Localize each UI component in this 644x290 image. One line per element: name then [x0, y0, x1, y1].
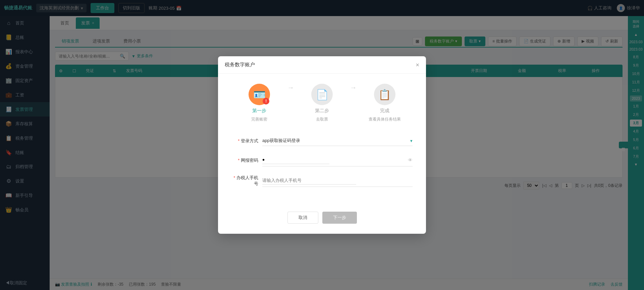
step-2: 📄 第二步 去取票 [294, 84, 350, 122]
password-input[interactable] [262, 156, 329, 164]
password-label: * 网报密码 [231, 157, 258, 163]
modal-overlay: 税务数字账户 × 🪪 ! 第一步 完善账密 → [0, 0, 644, 290]
modal-body: 🪪 ! 第一步 完善账密 → 📄 第二步 去取票 → [218, 74, 426, 205]
step-arrow-2: → [350, 84, 357, 101]
phone-row: * 办税人手机号 [231, 174, 413, 187]
modal-footer: 取消 下一步 [218, 205, 426, 234]
step-1-label: 第一步 [252, 108, 266, 114]
login-method-row: * 登录方式 app获取验证码登录 ▾ [231, 136, 413, 146]
required-star-3: * [233, 175, 235, 180]
step-3: 📋 完成 查看具体任务结果 [357, 84, 413, 122]
next-button[interactable]: 下一步 [322, 212, 357, 224]
clipboard-icon: 📋 [378, 89, 391, 100]
modal-header: 税务数字账户 × [218, 56, 426, 74]
modal-title: 税务数字账户 [225, 62, 255, 68]
step-3-desc: 查看具体任务结果 [369, 117, 401, 122]
document-icon: 📄 [316, 89, 328, 100]
step-2-icon: 📄 [311, 84, 333, 105]
phone-input[interactable] [262, 176, 356, 185]
select-chevron-icon: ▾ [410, 138, 413, 143]
step-1-badge: ! [263, 98, 269, 104]
login-method-label: * 登录方式 [231, 138, 258, 144]
phone-label: * 办税人手机号 [231, 175, 258, 187]
login-method-value: app获取验证码登录 [262, 138, 300, 144]
phone-field [262, 174, 413, 187]
login-method-select[interactable]: app获取验证码登录 ▾ [262, 136, 413, 146]
step-1-icon: 🪪 ! [249, 84, 270, 105]
step-arrow-1: → [287, 84, 294, 101]
cancel-button[interactable]: 取消 [287, 212, 318, 224]
step-3-icon: 📋 [374, 84, 395, 105]
step-1-desc: 完善账密 [251, 117, 267, 122]
password-field: 👁 [262, 154, 413, 166]
tax-digital-modal: 税务数字账户 × 🪪 ! 第一步 完善账密 → [218, 56, 426, 234]
eye-toggle-icon[interactable]: 👁 [408, 157, 413, 163]
required-star-2: * [238, 158, 239, 163]
step-1: 🪪 ! 第一步 完善账密 [231, 84, 287, 122]
steps-container: 🪪 ! 第一步 完善账密 → 📄 第二步 去取票 → [231, 84, 413, 122]
step-2-label: 第二步 [315, 108, 329, 114]
password-row: * 网报密码 👁 [231, 154, 413, 166]
step-2-desc: 去取票 [316, 117, 328, 122]
required-star: * [238, 138, 239, 143]
modal-close-button[interactable]: × [416, 62, 419, 68]
step-3-label: 完成 [380, 108, 389, 114]
